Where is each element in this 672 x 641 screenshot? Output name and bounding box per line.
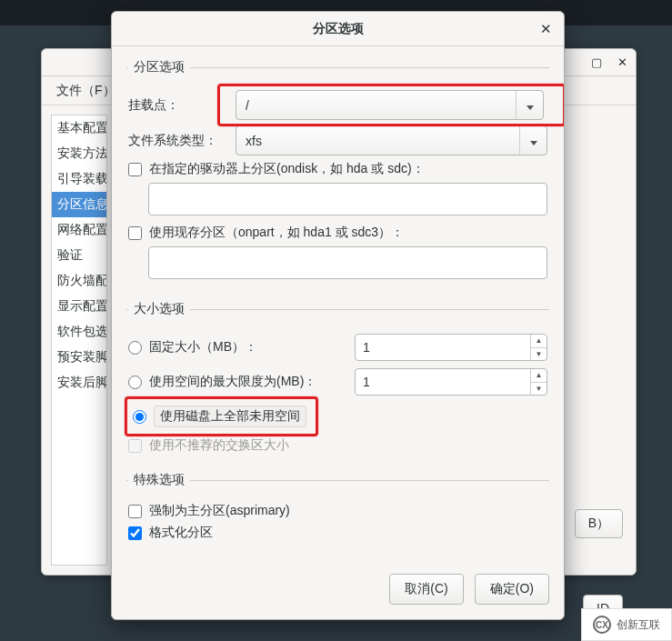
sidebar-item-prescript[interactable]: 预安装脚本 bbox=[52, 345, 106, 370]
chevron-down-icon[interactable] bbox=[516, 91, 543, 119]
highlight-fill: 使用磁盘上全部未用空间 bbox=[125, 396, 318, 436]
fs-combo[interactable] bbox=[236, 125, 547, 155]
section-special-legend: 特殊选项 bbox=[128, 472, 190, 488]
dialog-titlebar: 分区选项 ✕ bbox=[112, 12, 564, 46]
section-special: 特殊选项 强制为主分区(asprimary) 格式化分区 bbox=[126, 472, 549, 548]
sidebar-item-network[interactable]: 网络配置 bbox=[52, 217, 106, 243]
radio-max[interactable] bbox=[128, 376, 142, 389]
fs-input[interactable] bbox=[236, 126, 519, 155]
spin-max-stepper[interactable]: ▲▼ bbox=[530, 369, 547, 395]
mount-label: 挂载点： bbox=[128, 97, 228, 114]
watermark: CX 创新互联 bbox=[581, 608, 672, 641]
ondisk-checkbox[interactable] bbox=[128, 163, 142, 176]
sidebar-item-boot[interactable]: 引导装载 bbox=[52, 166, 106, 192]
close-icon[interactable]: ✕ bbox=[537, 20, 555, 38]
dialog-title: 分区选项 bbox=[313, 21, 364, 37]
onpart-label: 使用现存分区（onpart，如 hda1 或 sdc3）： bbox=[149, 225, 404, 241]
window-close-icon[interactable]: ✕ bbox=[616, 56, 628, 69]
sidebar-item-basic[interactable]: 基本配置 bbox=[52, 115, 106, 141]
asprimary-checkbox[interactable] bbox=[128, 505, 142, 518]
section-partition-legend: 分区选项 bbox=[128, 59, 190, 75]
mount-combo[interactable] bbox=[236, 90, 544, 120]
background-button-1[interactable]: B） bbox=[575, 509, 623, 538]
ondisk-label: 在指定的驱动器上分区(ondisk，如 hda 或 sdc)： bbox=[149, 161, 425, 177]
spin-fixed[interactable]: ▲▼ bbox=[355, 334, 547, 361]
sidebar-item-postscript[interactable]: 安装后脚本 bbox=[52, 370, 106, 396]
cancel-button[interactable]: 取消(C) bbox=[389, 574, 463, 605]
format-checkbox[interactable] bbox=[128, 526, 142, 540]
sidebar-item-firewall[interactable]: 防火墙配置 bbox=[52, 268, 106, 294]
radio-fill[interactable] bbox=[133, 410, 146, 424]
radio-fixed[interactable] bbox=[128, 341, 142, 355]
format-label: 格式化分区 bbox=[149, 525, 213, 541]
sidebar-item-auth[interactable]: 验证 bbox=[52, 243, 106, 268]
spin-max[interactable]: ▲▼ bbox=[355, 368, 547, 396]
radio-max-label: 使用空间的最大限度为(MB)： bbox=[149, 374, 316, 390]
watermark-text: 创新互联 bbox=[617, 617, 660, 633]
watermark-logo-icon: CX bbox=[593, 616, 611, 634]
spin-fixed-input[interactable] bbox=[356, 335, 530, 360]
spin-max-input[interactable] bbox=[356, 369, 530, 395]
radio-fixed-label: 固定大小（MB）： bbox=[149, 339, 257, 356]
onpart-entry[interactable] bbox=[148, 246, 547, 279]
asprimary-label: 强制为主分区(asprimary) bbox=[149, 503, 290, 519]
mount-input[interactable] bbox=[236, 91, 516, 119]
onpart-checkbox[interactable] bbox=[128, 226, 142, 240]
swap-checkbox bbox=[128, 439, 142, 453]
ok-button[interactable]: 确定(O) bbox=[475, 574, 549, 605]
radio-fill-label: 使用磁盘上全部未用空间 bbox=[154, 406, 306, 427]
ondisk-entry[interactable] bbox=[148, 183, 547, 215]
partition-options-dialog: 分区选项 ✕ 分区选项 挂载点： 文件系统类型： bbox=[111, 11, 565, 620]
sidebar-item-partition[interactable]: 分区信息 bbox=[52, 192, 106, 217]
sidebar-item-packages[interactable]: 软件包选择 bbox=[52, 319, 106, 345]
sidebar-item-display[interactable]: 显示配置 bbox=[52, 294, 106, 319]
spin-fixed-stepper[interactable]: ▲▼ bbox=[530, 335, 547, 360]
chevron-down-icon[interactable] bbox=[519, 126, 547, 155]
sidebar: 基本配置 安装方法 引导装载 分区信息 网络配置 验证 防火墙配置 显示配置 软… bbox=[51, 115, 107, 566]
section-size: 大小选项 固定大小（MB）： ▲▼ 使用空间的最大限度为(MB)： ▲▼ bbox=[126, 301, 549, 461]
section-size-legend: 大小选项 bbox=[128, 301, 190, 317]
swap-label: 使用不推荐的交换区大小 bbox=[149, 437, 289, 454]
section-partition: 分区选项 挂载点： 文件系统类型： bbox=[126, 59, 549, 290]
window-maximize-icon[interactable]: ▢ bbox=[590, 56, 603, 69]
fs-label: 文件系统类型： bbox=[128, 133, 228, 149]
sidebar-item-install[interactable]: 安装方法 bbox=[52, 141, 106, 166]
